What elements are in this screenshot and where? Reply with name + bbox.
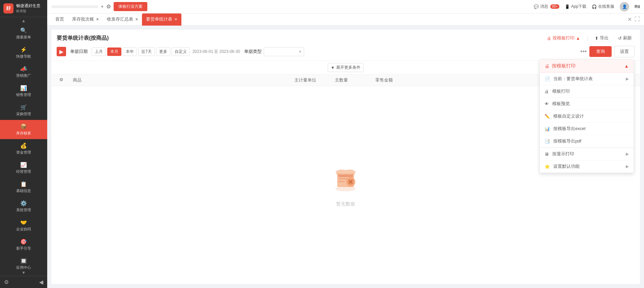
sidebar-item-newbie[interactable]: 🎯 新手引导	[0, 235, 47, 254]
quick-nav-icon: ⚡	[20, 46, 27, 53]
finance-icon: 💰	[20, 142, 27, 149]
expand-conditions-button[interactable]: ▼ 展开更多条件	[328, 63, 363, 72]
template-excel-icon: 📊	[545, 126, 550, 131]
sidebar-item-newbie-label: 新手引导	[16, 246, 31, 251]
sidebar-item-operations[interactable]: 📈 经营管理	[0, 158, 47, 178]
more-options-icon[interactable]: •••	[580, 48, 587, 55]
sidebar-item-marketing[interactable]: 📣 营销推广	[0, 62, 47, 82]
card-header-actions: 🖨 按模板打印 ▲ | ⬆ 导出 ↺ 刷新	[544, 34, 635, 42]
sidebar-item-quick[interactable]: ⚡ 快捷导航	[0, 43, 47, 62]
dropdown-close-icon[interactable]: ▲	[624, 63, 629, 69]
messages-label: 消息	[540, 4, 548, 9]
sidebar-item-marketing-label: 营销推广	[16, 73, 31, 78]
date-btn-custom[interactable]: 自定义	[172, 47, 190, 56]
sidebar-item-collab[interactable]: 🤝 企业协同	[0, 216, 47, 235]
svg-rect-2	[338, 174, 353, 177]
tab-right-icons: ✕ ⛶	[627, 16, 640, 23]
type-filter-group: 单据类型 ▼	[244, 47, 304, 56]
col-settings[interactable]: ⚙	[57, 77, 70, 83]
messages-link[interactable]: 💬 消息 99+	[534, 4, 559, 9]
tab-close-all-icon[interactable]: ✕	[627, 16, 632, 23]
sidebar-item-purchase[interactable]: 🛒 采购管理	[0, 101, 47, 120]
inventory-icon: 📦	[20, 123, 27, 130]
topbar-settings-icon[interactable]: ⚙	[106, 3, 111, 10]
col-retail-amount: 零售金额	[373, 77, 413, 83]
sidebar-item-collab-label: 企业协同	[16, 227, 31, 232]
date-btn-last-month[interactable]: 上月	[92, 47, 106, 56]
display-print-icon: 🖥	[545, 152, 549, 157]
sidebar-item-inventory[interactable]: 📦 库存核算	[0, 120, 47, 139]
sidebar-item-system-label: 系统管理	[16, 207, 31, 213]
date-btn-this-month[interactable]: 本月	[107, 47, 121, 56]
topbar-chevron-icon[interactable]: ▾	[101, 4, 104, 9]
date-btn-this-year[interactable]: 本年	[123, 47, 137, 56]
sidebar-scroll-down[interactable]: ▼	[0, 269, 47, 276]
sidebar-item-sales[interactable]: 📊 销售管理	[0, 82, 47, 101]
dropdown-item-template-preview[interactable]: 👁 模板预览	[540, 98, 634, 110]
date-btn-more[interactable]: 更多	[156, 47, 170, 56]
newbie-icon: 🎯	[20, 238, 27, 245]
app-download-link[interactable]: 📱 App下载	[565, 4, 586, 9]
settings-button[interactable]: 设置	[614, 46, 635, 57]
date-range-text: 2023-06-01 至 2023-06-30	[193, 49, 240, 55]
online-service-link[interactable]: 🎧 在线客服	[592, 4, 614, 9]
dropdown-item-set-default-label: 设置默认功能	[553, 163, 580, 169]
topbar: ▾ ⚙ 体验行业方案 💬 消息 99+ 📱 App下载 🎧 在线客服 👤 Rit	[47, 0, 644, 13]
query-button[interactable]: 查询	[589, 46, 612, 57]
export-icon: ⬆	[595, 36, 598, 41]
user-name: Rit	[635, 4, 640, 9]
dropdown-item-set-default[interactable]: ⭐ 设置默认功能 ▶	[540, 160, 634, 173]
dropdown-item-template-excel[interactable]: 📊 按模板导出excel	[540, 123, 634, 135]
dropdown-current-template[interactable]: 📄 当前：要货单统计表 ▶	[540, 73, 634, 85]
tab-inventory-batch-close[interactable]: ×	[96, 17, 99, 22]
refresh-label: 刷新	[623, 35, 632, 41]
refresh-button[interactable]: ↺ 刷新	[615, 34, 635, 42]
date-filter-group: 上月 本月 本年 近7天 更多 自定义 2023-06-01 至 2023-06…	[92, 47, 240, 56]
sidebar-item-apps[interactable]: 🔲 应用中心	[0, 254, 47, 269]
tab-inventory-batch[interactable]: 库存批次账 ×	[68, 13, 103, 26]
dropdown-item-template-print[interactable]: 🖨 模板打印	[540, 85, 634, 98]
sidebar-item-search[interactable]: 🔍 搜索菜单	[0, 24, 47, 43]
tab-order-stats[interactable]: 要货单统计表 ×	[142, 13, 181, 26]
filter-right-area: ••• 查询 设置	[580, 46, 635, 57]
dropdown-item-template-custom[interactable]: ✏️ 模板自定义设计	[540, 110, 634, 123]
export-button[interactable]: ⬆ 导出	[592, 34, 611, 42]
topbar-search-box[interactable]	[51, 5, 98, 8]
sidebar-toggle-icon[interactable]: ◀	[39, 279, 43, 285]
empty-text: 暂无数据	[336, 201, 355, 207]
type-select[interactable]: ▼	[264, 47, 304, 56]
app-logo: 好 畅捷通好生意 标准版	[0, 0, 47, 17]
page-area: 要货单统计表(按商品) 🖨 按模板打印 ▲ | ⬆ 导出 ↺ 刷新	[47, 26, 644, 288]
template-preview-icon: 👁	[545, 101, 549, 106]
filter-expand-button[interactable]: ▶	[57, 47, 66, 56]
dropdown-item-display-print[interactable]: 🖥 按显示打印 ▶	[540, 148, 634, 160]
sidebar-item-basic[interactable]: 📋 基础信息	[0, 178, 47, 197]
sidebar-item-system[interactable]: ⚙️ 系统管理	[0, 197, 47, 216]
sidebar-item-purchase-label: 采购管理	[16, 111, 31, 117]
set-default-icon: ⭐	[545, 164, 550, 169]
dropdown-item-template-pdf[interactable]: 📑 按模板导出pdf	[540, 135, 634, 148]
tab-order-stats-label: 要货单统计表	[146, 16, 172, 22]
card-header: 要货单统计表(按商品) 🖨 按模板打印 ▲ | ⬆ 导出 ↺ 刷新	[51, 30, 640, 42]
date-label: 单据日期	[70, 49, 88, 55]
sidebar-item-inventory-label: 库存核算	[16, 131, 31, 136]
sidebar-scroll-up[interactable]: ▲	[0, 17, 47, 24]
user-avatar[interactable]: 👤	[620, 2, 629, 11]
template-print-button[interactable]: 🖨 按模板打印 ▲	[544, 34, 583, 42]
template-print-chevron: ▲	[576, 36, 580, 41]
apps-icon: 🔲	[20, 258, 27, 264]
tab-maximize-icon[interactable]: ⛶	[635, 16, 640, 23]
app-name: 畅捷通好生意	[16, 3, 40, 9]
dropdown-item-display-print-label: 按显示打印	[552, 151, 574, 157]
sidebar-item-finance[interactable]: 💰 资金管理	[0, 139, 47, 158]
tab-order-stats-close[interactable]: ×	[174, 17, 177, 22]
date-btn-7days[interactable]: 近7天	[138, 47, 155, 56]
dropdown-section-2: 🖥 按显示打印 ▶ ⭐ 设置默认功能 ▶	[540, 148, 634, 173]
tab-home[interactable]: 首页	[51, 13, 68, 26]
type-label: 单据类型	[244, 49, 262, 55]
tab-receivable-summary-close[interactable]: ×	[135, 17, 138, 22]
settings-footer-icon[interactable]: ⚙	[4, 279, 9, 285]
industry-solution-button[interactable]: 体验行业方案	[114, 2, 147, 11]
tab-receivable-summary[interactable]: 收发存汇总表 ×	[103, 13, 142, 26]
tab-inventory-batch-label: 库存批次账	[72, 16, 94, 22]
